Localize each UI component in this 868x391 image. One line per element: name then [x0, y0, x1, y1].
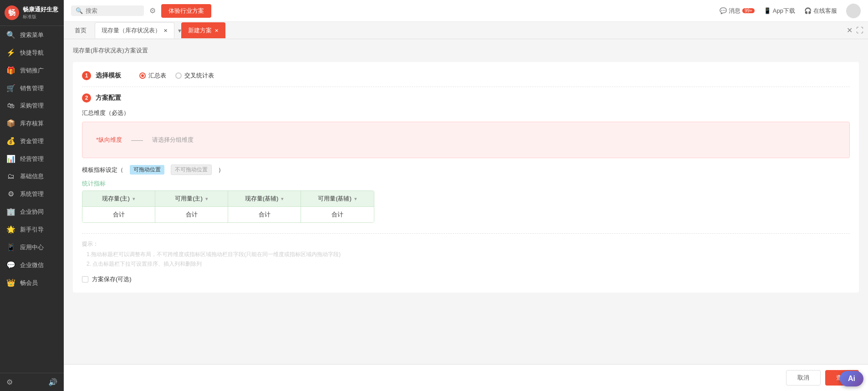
- sidebar-item-basic-label: 基础信息: [20, 172, 44, 180]
- logo-icon: 畅: [5, 5, 19, 20]
- message-icon: 💬: [720, 7, 727, 14]
- topbar: 🔍 ⚙ 体验行业方案 💬 消息 99+ 📱 App下载 🎧 在线客服: [64, 0, 868, 22]
- app-download-item[interactable]: 📱 App下载: [764, 7, 795, 15]
- search-icon: 🔍: [76, 7, 83, 14]
- dimension-box[interactable]: *纵向维度 —— 请选择分组维度: [82, 122, 850, 158]
- tab-dropdown-icon[interactable]: ▾: [178, 27, 181, 34]
- radio-summary-label: 汇总表: [148, 72, 166, 80]
- phone-icon: 📱: [764, 7, 771, 14]
- sidebar-item-wechat[interactable]: 💬 企业微信: [0, 256, 64, 274]
- phone-icon: 📱: [6, 243, 15, 252]
- metric-header-3[interactable]: 可用量(基辅) ▾: [301, 191, 374, 206]
- step1-label: 选择模板: [96, 72, 121, 80]
- tip-item-0: 1.拖动标题栏可以调整布局，不可跨维度或指标区域拖动栏目字段(只能在同一维度或指…: [82, 251, 850, 258]
- search-box[interactable]: 🔍: [71, 5, 144, 16]
- sidebar-item-appcenter[interactable]: 📱 应用中心: [0, 238, 64, 256]
- sidebar-item-basic[interactable]: 🗂 基础信息: [0, 168, 64, 185]
- sidebar-item-newguide[interactable]: 🌟 新手引导: [0, 221, 64, 238]
- chevron-down-icon-0[interactable]: ▾: [133, 196, 135, 202]
- tab-new-scheme-close-icon[interactable]: ✕: [214, 28, 219, 34]
- online-service-item[interactable]: 🎧 在线客服: [804, 7, 837, 15]
- chevron-down-icon-2[interactable]: ▾: [281, 196, 284, 202]
- tip-item-1: 2. 点击标题栏下拉可设置排序、插入列和删除列: [82, 260, 850, 268]
- step2-header: 2 方案配置: [82, 93, 850, 103]
- sidebar-item-finance[interactable]: 💰 资金管理: [0, 132, 64, 150]
- metric-header-0[interactable]: 现存量(主) ▾: [82, 191, 155, 206]
- cancel-button[interactable]: 取消: [786, 370, 821, 386]
- sidebar-item-inventory-label: 库存核算: [20, 119, 44, 128]
- sidebar-item-quicknav[interactable]: ⚡ 快捷导航: [0, 44, 64, 62]
- template-radio-group: 汇总表 交叉统计表: [139, 72, 214, 80]
- step1-header: 1 选择模板 汇总表 交叉统计表: [82, 71, 850, 80]
- tab-inventory-status-close-icon[interactable]: ✕: [163, 28, 168, 34]
- logo-edition: 标准版: [23, 14, 58, 20]
- save-checkbox[interactable]: [82, 276, 88, 283]
- chevron-down-icon-1[interactable]: ▾: [205, 196, 208, 202]
- lightning-icon: ⚡: [6, 48, 15, 57]
- metric-header-2[interactable]: 现存量(基辅) ▾: [228, 191, 301, 206]
- summary-dimension-label: 汇总维度（必选）: [82, 109, 850, 117]
- sidebar: 畅 畅康通好生意 标准版 🔍 搜索菜单 ⚡ 快捷导航 🎁 营销推广 🛒 销售管理…: [0, 0, 64, 391]
- radio-crosstab[interactable]: 交叉统计表: [175, 72, 214, 80]
- sidebar-footer: ⚙ 🔊: [0, 373, 64, 391]
- sidebar-item-enterprise-label: 企业协同: [20, 208, 44, 216]
- star-icon: 🌟: [6, 225, 15, 234]
- chevron-down-icon-3[interactable]: ▾: [354, 196, 357, 202]
- sidebar-item-appcenter-label: 应用中心: [20, 243, 44, 252]
- cart-icon: 🛒: [6, 84, 15, 93]
- metric-header-2-label: 现存量(基辅): [245, 195, 279, 203]
- avatar[interactable]: [846, 4, 861, 18]
- metric-table-header: 现存量(主) ▾ 可用量(主) ▾ 现存量(基辅) ▾ 可用量(基辅) ▾: [82, 191, 374, 206]
- gift-icon: 🎁: [6, 66, 15, 75]
- tab-home[interactable]: 首页: [68, 23, 93, 38]
- non-draggable-label: 不可拖动位置: [171, 165, 212, 175]
- tab-home-label: 首页: [75, 26, 87, 35]
- window-close-icon[interactable]: ✕: [847, 26, 853, 35]
- tab-new-scheme[interactable]: 新建方案 ✕: [181, 22, 225, 38]
- stats-label: 统计指标: [82, 180, 850, 188]
- radio-crosstab-circle: [175, 72, 182, 79]
- tab-inventory-status[interactable]: 现存量（库存状况表） ✕: [95, 22, 174, 38]
- metric-header-1[interactable]: 可用量(主) ▾: [155, 191, 228, 206]
- money-icon: 💰: [6, 137, 15, 145]
- sound-icon[interactable]: 🔊: [48, 378, 57, 386]
- message-badge: 99+: [742, 8, 755, 13]
- trial-btn[interactable]: 体验行业方案: [161, 4, 211, 18]
- sidebar-item-sales-label: 销售管理: [20, 84, 44, 93]
- tab-inventory-status-label: 现存量（库存状况表）: [102, 26, 161, 35]
- sidebar-item-marketing[interactable]: 🎁 营销推广: [0, 62, 64, 79]
- sidebar-item-member[interactable]: 👑 畅会员: [0, 274, 64, 292]
- gear-icon: ⚙: [6, 190, 15, 198]
- window-expand-icon[interactable]: ⛶: [856, 26, 863, 35]
- sidebar-item-purchase[interactable]: 🛍 采购管理: [0, 97, 64, 114]
- message-item[interactable]: 💬 消息 99+: [720, 7, 755, 15]
- logo-name: 畅康通好生意: [23, 6, 58, 14]
- sidebar-item-operation[interactable]: 📊 经营管理: [0, 150, 64, 168]
- metric-total-3: 合计: [301, 207, 374, 222]
- topbar-gear-icon[interactable]: ⚙: [149, 6, 156, 15]
- sidebar-item-marketing-label: 营销推广: [20, 67, 44, 75]
- search-input[interactable]: [86, 7, 139, 14]
- chart-icon: 📊: [6, 154, 15, 163]
- sidebar-item-inventory[interactable]: 📦 库存核算: [0, 114, 64, 132]
- chat-icon: 💬: [6, 261, 15, 269]
- sidebar-item-search[interactable]: 🔍 搜索菜单: [0, 26, 64, 44]
- ai-button[interactable]: Ai: [840, 371, 863, 386]
- metric-total-0: 合计: [82, 207, 155, 222]
- radio-summary[interactable]: 汇总表: [139, 72, 166, 80]
- main-wrapper: 🔍 ⚙ 体验行业方案 💬 消息 99+ 📱 App下载 🎧 在线客服 首页: [64, 0, 868, 391]
- indicator-setting: 模板指标设定（ 可拖动位置 不可拖动位置 ）: [82, 165, 850, 175]
- crown-icon: 👑: [6, 278, 15, 287]
- dimension-dash: ——: [131, 137, 143, 144]
- metric-header-0-label: 现存量(主): [102, 195, 130, 203]
- sidebar-item-system[interactable]: ⚙ 系统管理: [0, 185, 64, 203]
- sidebar-item-sales[interactable]: 🛒 销售管理: [0, 79, 64, 97]
- search-icon: 🔍: [6, 31, 15, 39]
- tips-label: 提示：: [82, 240, 850, 248]
- sidebar-item-enterprise[interactable]: 🏢 企业协同: [0, 203, 64, 221]
- radio-summary-circle: [139, 72, 146, 79]
- settings-icon[interactable]: ⚙: [6, 378, 13, 386]
- logo-text: 畅康通好生意 标准版: [23, 6, 58, 20]
- step1-num: 1: [82, 71, 91, 80]
- draggable-badge: 可拖动位置: [130, 165, 164, 175]
